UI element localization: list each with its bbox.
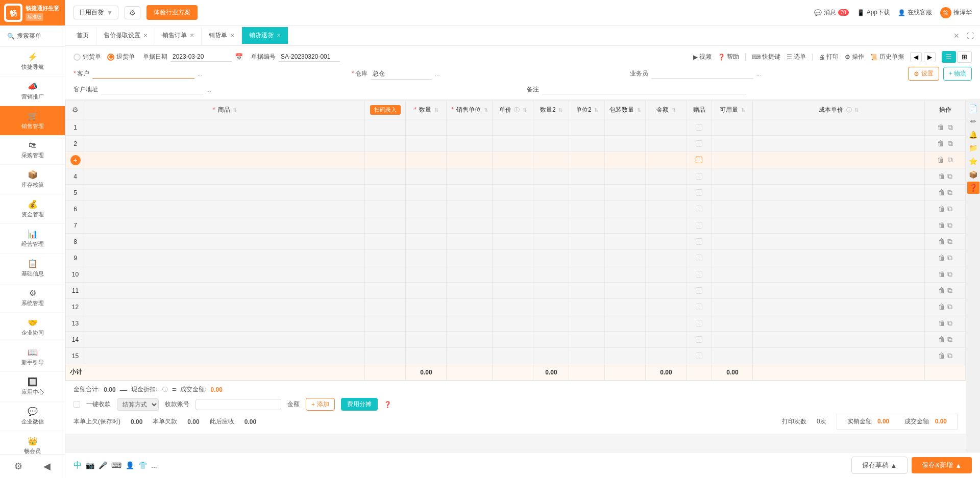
tab-sales[interactable]: 销货单 ✕ bbox=[202, 27, 242, 44]
tab-close-icon[interactable]: ✕ bbox=[230, 33, 234, 38]
product-cell[interactable] bbox=[85, 119, 365, 136]
tab-home[interactable]: 首页 bbox=[69, 27, 96, 44]
next-button[interactable]: ▶ bbox=[924, 52, 936, 62]
operate-item[interactable]: ⚙ 操作 bbox=[845, 53, 864, 61]
delete-row-button[interactable]: 🗑 bbox=[937, 301, 946, 312]
category-select[interactable]: 日用百货 ▼ bbox=[74, 6, 118, 19]
gift-checkbox[interactable] bbox=[696, 336, 702, 343]
gift-checkbox[interactable] bbox=[696, 238, 702, 245]
tab-sales-order[interactable]: 销售订单 ✕ bbox=[155, 27, 202, 44]
sidebar-item-purchase[interactable]: 🛍 采购管理 bbox=[0, 136, 65, 165]
customer-dots[interactable]: ... bbox=[198, 70, 203, 78]
right-sidebar-edit[interactable]: ✏ bbox=[967, 115, 979, 128]
unit-cell[interactable] bbox=[447, 119, 493, 136]
one-click-pay-checkbox[interactable] bbox=[74, 401, 80, 408]
qty-cell[interactable] bbox=[406, 119, 447, 136]
gift-checkbox[interactable] bbox=[696, 124, 702, 131]
fee-split-help-icon[interactable]: ❓ bbox=[384, 401, 391, 408]
copy-row-button[interactable]: ⧉ bbox=[946, 350, 953, 361]
salesperson-dots[interactable]: ... bbox=[756, 70, 762, 78]
address-dots[interactable]: ... bbox=[206, 86, 211, 93]
grid-view-button[interactable]: ⊞ bbox=[957, 51, 972, 63]
sidebar-item-app-center[interactable]: 🔲 应用中心 bbox=[0, 372, 65, 401]
close-tab-button[interactable]: ✕ bbox=[951, 30, 962, 42]
settings-form-button[interactable]: ⚙ 设置 bbox=[908, 67, 939, 81]
delete-row-button[interactable]: 🗑 bbox=[937, 318, 946, 328]
copy-row-button[interactable]: ⧉ bbox=[946, 301, 953, 312]
sort-unit-icon[interactable]: ⇅ bbox=[484, 107, 488, 113]
gift-checkbox[interactable] bbox=[696, 206, 702, 212]
sidebar-item-marketing[interactable]: 📣 营销推广 bbox=[0, 77, 65, 106]
sidebar-item-wechat[interactable]: 💬 企业微信 bbox=[0, 401, 65, 431]
gift-checkbox[interactable] bbox=[696, 255, 702, 261]
sidebar-item-operations[interactable]: 📊 经营管理 bbox=[0, 224, 65, 254]
sort-product-icon[interactable]: ⇅ bbox=[233, 107, 237, 113]
doc-no-value[interactable]: SA-20230320-001 bbox=[279, 52, 340, 62]
select-item[interactable]: ☰ 选单 bbox=[787, 53, 806, 61]
radio-sales[interactable]: 销货单 bbox=[74, 53, 101, 61]
doc-date-value[interactable]: 2023-03-20 bbox=[170, 52, 232, 62]
sidebar-item-inventory[interactable]: 📦 库存核算 bbox=[0, 165, 65, 194]
tab-close-icon[interactable]: ✕ bbox=[190, 33, 194, 38]
copy-row-button[interactable]: ⧉ bbox=[947, 138, 954, 149]
add-row-button[interactable]: + bbox=[70, 155, 81, 165]
sort-avail-icon[interactable]: ⇅ bbox=[741, 107, 745, 113]
delete-row-button[interactable]: 🗑 bbox=[936, 155, 945, 165]
sidebar-item-guide[interactable]: 📖 新手引导 bbox=[0, 342, 65, 372]
delete-row-button[interactable]: 🗑 bbox=[937, 236, 946, 246]
maximize-button[interactable]: ⛶ bbox=[965, 30, 976, 42]
delete-row-button[interactable]: 🗑 bbox=[937, 350, 946, 361]
amount-cell[interactable] bbox=[646, 119, 687, 136]
sort-amount-icon[interactable]: ⇅ bbox=[672, 107, 676, 113]
customer-input[interactable] bbox=[92, 69, 194, 79]
shortcut-item[interactable]: ⌨ 快捷键 bbox=[752, 53, 780, 61]
sort-pack-icon[interactable]: ⇅ bbox=[637, 107, 641, 113]
tab-price-settings[interactable]: 售价提取设置 ✕ bbox=[96, 27, 155, 44]
delete-row-button[interactable]: 🗑 bbox=[937, 171, 946, 181]
sidebar-item-vip[interactable]: 👑 畅会员 bbox=[0, 431, 65, 454]
warehouse-value[interactable]: 总仓 bbox=[371, 68, 432, 80]
product-search-input[interactable] bbox=[88, 157, 361, 164]
tab-return[interactable]: 销货退货 ✕ bbox=[242, 27, 288, 44]
save-draft-button[interactable]: 保存草稿 ▲ bbox=[851, 457, 908, 474]
gift-checkbox[interactable] bbox=[696, 287, 702, 294]
settings-button[interactable]: ⚙ bbox=[12, 459, 24, 474]
sort-cost-icon[interactable]: ⇅ bbox=[854, 107, 859, 113]
cash-discount-info[interactable]: ⓘ bbox=[162, 386, 168, 393]
copy-row-button[interactable]: ⧉ bbox=[946, 171, 953, 182]
price-cell[interactable] bbox=[493, 119, 533, 136]
copy-row-button[interactable]: ⧉ bbox=[946, 253, 953, 263]
text-help[interactable]: ❓ 帮助 bbox=[718, 53, 739, 61]
copy-row-button[interactable]: ⧉ bbox=[946, 269, 953, 280]
add-payment-button[interactable]: + 添加 bbox=[306, 398, 335, 411]
delete-row-button[interactable]: 🗑 bbox=[937, 285, 946, 295]
user-profile[interactable]: 徐 徐泽华 bbox=[940, 7, 972, 18]
online-service-item[interactable]: 👤 在线客服 bbox=[898, 8, 932, 17]
right-sidebar-folder[interactable]: 📁 bbox=[967, 142, 979, 154]
sidebar-item-system[interactable]: ⚙ 系统管理 bbox=[0, 283, 65, 313]
delete-row-button[interactable]: 🗑 bbox=[936, 138, 945, 148]
radio-return[interactable]: 退货单 bbox=[107, 53, 135, 61]
sort-qty2-icon[interactable]: ⇅ bbox=[558, 107, 562, 113]
copy-row-button[interactable]: ⧉ bbox=[946, 187, 953, 198]
delete-row-button[interactable]: 🗑 bbox=[936, 122, 945, 132]
fee-split-button[interactable]: 费用分摊 bbox=[341, 398, 378, 411]
sort-qty-icon[interactable]: ⇅ bbox=[434, 107, 438, 113]
delete-row-button[interactable]: 🗑 bbox=[937, 204, 946, 214]
right-sidebar-notify[interactable]: 🔔 bbox=[967, 129, 979, 141]
account-input[interactable] bbox=[195, 399, 281, 410]
sidebar-item-enterprise[interactable]: 🤝 企业协同 bbox=[0, 313, 65, 342]
salesperson-input[interactable] bbox=[651, 69, 753, 79]
delete-row-button[interactable]: 🗑 bbox=[937, 334, 946, 344]
delete-row-button[interactable]: 🗑 bbox=[937, 269, 946, 279]
gift-checkbox[interactable] bbox=[696, 320, 702, 326]
col-settings-button[interactable]: ⚙ bbox=[70, 104, 81, 116]
right-sidebar-package[interactable]: 📦 bbox=[967, 168, 979, 181]
experience-button[interactable]: 体验行业方案 bbox=[146, 5, 198, 20]
history-item[interactable]: 📜 历史单据 bbox=[870, 53, 904, 61]
search-menu-button[interactable]: 🔍 搜索菜单 bbox=[4, 30, 61, 42]
tab-close-icon[interactable]: ✕ bbox=[143, 33, 148, 38]
right-sidebar-star[interactable]: ⭐ bbox=[967, 155, 979, 167]
app-download-item[interactable]: 📱 App下载 bbox=[857, 8, 890, 17]
copy-row-button[interactable]: ⧉ bbox=[946, 204, 953, 214]
